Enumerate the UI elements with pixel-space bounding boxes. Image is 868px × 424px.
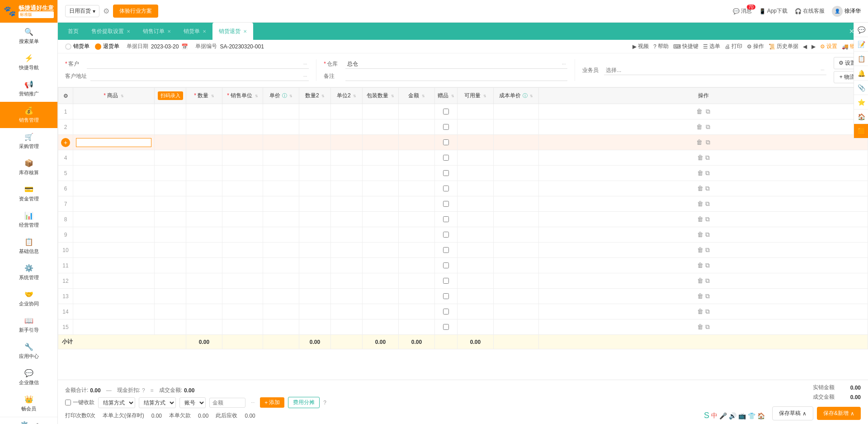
nav-next[interactable]: ▶ xyxy=(811,43,816,50)
row-7-copy[interactable]: ⧉ xyxy=(704,199,711,209)
row-5-gift[interactable] xyxy=(443,170,449,176)
row-3-amount[interactable] xyxy=(399,135,435,150)
save-draft-btn[interactable]: 保存草稿 ∧ xyxy=(772,406,813,420)
amount-input[interactable] xyxy=(209,398,245,408)
row-3-qty2[interactable] xyxy=(299,135,331,150)
operation-action[interactable]: ⚙ 操作 xyxy=(747,43,764,50)
row-3-product-input[interactable] xyxy=(76,138,151,147)
row-2-copy[interactable]: ⧉ xyxy=(705,122,711,132)
video-action[interactable]: ▶ 视频 xyxy=(632,43,649,50)
row-2-quantity[interactable] xyxy=(186,119,222,135)
tab-price-extract[interactable]: 售价提取设置 ✕ xyxy=(85,23,137,40)
row-4-gift[interactable] xyxy=(443,155,449,161)
row-1-unit-price[interactable] xyxy=(263,104,299,119)
row-2-delete[interactable]: 🗑 xyxy=(695,122,703,131)
row-1-available[interactable] xyxy=(458,104,494,119)
row-11-delete[interactable]: 🗑 xyxy=(696,261,704,270)
unit-price-sort[interactable]: ⇅ xyxy=(289,94,292,98)
sidebar-item-collab[interactable]: 🤝 企业协同 xyxy=(0,286,57,312)
row-10-copy[interactable]: ⧉ xyxy=(704,245,711,255)
table-gear-icon[interactable]: ⚙ xyxy=(63,93,68,99)
row-14-delete[interactable]: 🗑 xyxy=(696,307,704,316)
radio-sales-invoice[interactable]: 销货单 xyxy=(65,43,90,50)
sidebar-item-finance[interactable]: 💳 资金管理 xyxy=(0,181,57,207)
row-12-gift[interactable] xyxy=(443,278,449,284)
tab-price-extract-close[interactable]: ✕ xyxy=(127,29,130,34)
row-6-gift[interactable] xyxy=(443,186,449,191)
tab-sales-return-close[interactable]: ✕ xyxy=(243,29,247,34)
salesperson-dots[interactable]: ··· xyxy=(819,67,826,72)
row-14-gift[interactable] xyxy=(443,309,449,314)
sidebar-item-inventory[interactable]: 📦 库存核算 xyxy=(0,154,57,181)
app-download-btn[interactable]: 📱 App下载 xyxy=(759,7,788,15)
message-btn[interactable]: 💬 消息 70 xyxy=(733,7,752,15)
right-panel-home[interactable]: 🏠 xyxy=(854,110,868,124)
row-2-unit2[interactable] xyxy=(331,119,363,135)
radio-return[interactable]: 退货单 xyxy=(95,43,119,50)
save-new-btn[interactable]: 保存&新增 ∧ xyxy=(817,407,861,420)
right-panel-chat[interactable]: 💬 xyxy=(854,23,868,37)
row-6-copy[interactable]: ⧉ xyxy=(704,184,711,193)
product-sort[interactable]: ⇅ xyxy=(121,94,124,98)
row-3-available[interactable] xyxy=(458,135,494,150)
row-5-delete[interactable]: 🗑 xyxy=(696,168,704,177)
shortcut-action[interactable]: ⌨ 快捷键 xyxy=(673,43,698,50)
row-3-quantity[interactable] xyxy=(186,135,222,150)
gift-sort[interactable]: ⇅ xyxy=(451,94,454,98)
account-dots[interactable]: ··· xyxy=(249,400,256,405)
row-8-delete[interactable]: 🗑 xyxy=(696,214,704,224)
tab-sales-order[interactable]: 销售订单 ✕ xyxy=(137,23,177,40)
collapse-icon[interactable]: ◀ xyxy=(33,421,38,424)
pack-qty-sort[interactable]: ⇅ xyxy=(391,94,394,98)
row-15-copy[interactable]: ⧉ xyxy=(704,322,711,332)
row-8-copy[interactable]: ⧉ xyxy=(704,214,711,224)
right-panel-list[interactable]: 📋 xyxy=(854,52,868,66)
row-1-pack-qty[interactable] xyxy=(363,104,399,119)
row-1-sales-unit[interactable] xyxy=(222,104,263,119)
row-2-unit-price[interactable] xyxy=(263,119,299,135)
salesperson-input[interactable] xyxy=(604,66,819,75)
cash-discount-info[interactable]: ? xyxy=(142,387,145,394)
settings-bottom-icon[interactable]: ⚙️ xyxy=(20,421,29,424)
row-12-delete[interactable]: 🗑 xyxy=(696,276,704,285)
sidebar-item-basic[interactable]: 📋 基础信息 xyxy=(0,233,57,259)
row-1-product[interactable] xyxy=(73,104,155,119)
online-service-btn[interactable]: 🎧 在线客服 xyxy=(795,7,825,15)
row-2-pack-qty[interactable] xyxy=(363,119,399,135)
row-2-amount[interactable] xyxy=(399,119,435,135)
row-3-sales-unit[interactable] xyxy=(222,135,263,150)
date-value[interactable]: 2023-03-20 xyxy=(151,43,179,50)
row-3-copy[interactable]: ⧉ xyxy=(705,138,711,147)
sidebar-item-sales[interactable]: 💰 销售管理 xyxy=(0,102,57,128)
row-3-unit-price[interactable] xyxy=(263,135,299,150)
amount-sort[interactable]: ⇅ xyxy=(422,94,425,98)
nav-prev[interactable]: ◀ xyxy=(803,43,807,50)
row-2-sales-unit[interactable] xyxy=(222,119,263,135)
one-key-checkbox[interactable] xyxy=(65,400,71,405)
customer-input[interactable] xyxy=(87,59,302,68)
sidebar-item-operations[interactable]: 📊 经营管理 xyxy=(0,207,57,233)
row-8-gift[interactable] xyxy=(443,216,449,222)
right-panel-note[interactable]: 📝 xyxy=(854,37,868,52)
sales-unit-sort[interactable]: ⇅ xyxy=(255,94,258,98)
fee-info[interactable]: ? xyxy=(323,400,326,406)
row-9-copy[interactable]: ⧉ xyxy=(704,230,711,239)
select-action[interactable]: ☰ 选单 xyxy=(703,43,720,50)
row-3-cost-price[interactable] xyxy=(494,135,539,150)
note-input[interactable] xyxy=(345,71,567,81)
sidebar-item-quicknav[interactable]: ⚡ 快捷导航 xyxy=(0,49,57,76)
add-payment-btn[interactable]: + 添加 xyxy=(260,397,284,408)
experience-btn[interactable]: 体验行业方案 xyxy=(113,5,158,18)
help-action[interactable]: ? 帮助 xyxy=(653,43,669,50)
row-13-delete[interactable]: 🗑 xyxy=(696,291,704,300)
row-5-copy[interactable]: ⧉ xyxy=(704,168,711,178)
row-12-copy[interactable]: ⧉ xyxy=(704,276,711,286)
row-14-copy[interactable]: ⧉ xyxy=(704,307,711,316)
tab-sales-invoice-close[interactable]: ✕ xyxy=(203,29,206,34)
sidebar-item-system[interactable]: ⚙️ 系统管理 xyxy=(0,259,57,286)
cost-price-sort[interactable]: ⇅ xyxy=(530,94,533,98)
row-1-quantity[interactable] xyxy=(186,104,222,119)
sidebar-item-search[interactable]: 🔍 搜索菜单 xyxy=(0,23,57,49)
row-11-gift[interactable] xyxy=(443,262,449,268)
row-2-qty2[interactable] xyxy=(299,119,331,135)
